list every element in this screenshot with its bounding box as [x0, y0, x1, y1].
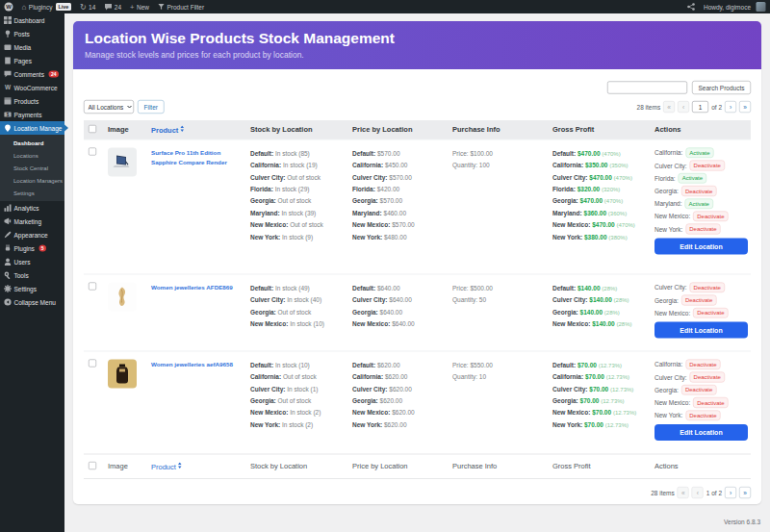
sidebar-item-location-manage[interactable]: Location Manage — [0, 121, 64, 135]
location-filter-select[interactable]: All Locations — [84, 100, 134, 114]
submenu-item-dashboard[interactable]: Dashboard — [0, 137, 64, 149]
action-line: Georgia:Deactivate — [654, 295, 746, 306]
sidebar-item-plugins[interactable]: Plugins5 — [0, 241, 64, 255]
first-page-button[interactable]: « — [663, 101, 675, 113]
sidebar-item-label: Comments — [14, 70, 44, 78]
profit-line: Culver City: $140.00 (28%) — [552, 294, 645, 306]
purchase-line: Quantity: 10 — [452, 371, 543, 383]
deactivate-button[interactable]: Deactivate — [693, 211, 728, 221]
price-line: Georgia: $570.00 — [352, 195, 443, 207]
page-subtitle: Manage stock levels and prices for each … — [85, 50, 750, 60]
sidebar-item-payments[interactable]: $Payments — [0, 108, 64, 121]
action-line: New Mexico:Deactivate — [654, 308, 746, 318]
sidebar-item-analytics[interactable]: Analytics — [0, 201, 64, 215]
last-page-button[interactable]: » — [739, 487, 751, 498]
sidebar-item-appearance[interactable]: Appearance — [0, 228, 64, 241]
comments-menu[interactable]: 24 — [100, 0, 126, 13]
select-all-checkbox[interactable] — [89, 462, 96, 469]
sidebar-item-settings[interactable]: Settings — [0, 282, 64, 295]
admin-bar: W ⌂ Plugincy Live ↻ 14 24 + New Product … — [0, 0, 770, 13]
product-link[interactable]: Women jewelleries aefA9658 — [151, 360, 241, 370]
filter-button[interactable]: Filter — [138, 100, 164, 114]
row-select-cell — [84, 274, 103, 351]
row-checkbox[interactable] — [89, 283, 96, 291]
sidebar-item-tools[interactable]: Tools — [0, 268, 64, 282]
purchase-cell: Price: $550.00Quantity: 10 — [448, 351, 548, 454]
deactivate-button[interactable]: Deactivate — [690, 283, 725, 293]
price-line: New Mexico: $570.00 — [352, 219, 443, 231]
product-filter-label: Product Filter — [167, 3, 204, 11]
last-page-button[interactable]: » — [739, 101, 751, 113]
submenu-item-stock-central[interactable]: Stock Central — [0, 162, 64, 174]
product-sort-link[interactable]: Product — [151, 126, 178, 135]
sidebar-item-dashboard[interactable]: Dashboard — [0, 13, 64, 27]
next-page-button[interactable]: › — [725, 101, 736, 113]
share-icon — [687, 3, 695, 11]
share-menu[interactable] — [682, 0, 699, 13]
submenu-item-location-managers[interactable]: Location Managers — [0, 174, 64, 187]
stock-line: Florida: In stock (29) — [250, 184, 343, 195]
activate-button[interactable]: Activate — [685, 148, 713, 159]
account-menu[interactable]: Howdy, digimoce — [699, 0, 770, 13]
deactivate-button[interactable]: Deactivate — [693, 397, 728, 408]
collapse-menu-button[interactable]: Collapse Menu — [0, 295, 64, 309]
sidebar-item-pages[interactable]: Pages — [0, 54, 64, 67]
sidebar-item-marketing[interactable]: Marketing — [0, 215, 64, 228]
page-of-total: 1 of 2 — [706, 489, 722, 496]
sidebar-item-media[interactable]: Media — [0, 40, 64, 54]
search-input[interactable] — [607, 82, 687, 94]
sidebar-item-posts[interactable]: Posts — [0, 27, 64, 40]
activate-button[interactable]: Activate — [679, 173, 706, 184]
deactivate-button[interactable]: Deactivate — [681, 295, 716, 306]
sidebar-item-woocommerce[interactable]: WWooCommerce — [0, 81, 64, 94]
edit-location-button[interactable]: Edit Location — [654, 322, 748, 339]
prev-page-button[interactable]: ‹ — [678, 101, 689, 113]
deactivate-button[interactable]: Deactivate — [690, 372, 725, 383]
site-menu[interactable]: ⌂ Plugincy Live — [17, 0, 75, 13]
sidebar-item-comments[interactable]: Comments24 — [0, 67, 64, 81]
stock-cell: Default: In stock (10)California: Out of… — [245, 351, 347, 454]
activate-button[interactable]: Activate — [685, 198, 713, 209]
product-link[interactable]: Women jewelleries AFDE869 — [151, 283, 241, 293]
next-page-button[interactable]: › — [725, 487, 736, 498]
wp-logo-menu[interactable]: W — [0, 0, 17, 13]
current-page-input[interactable]: 1 — [692, 101, 708, 113]
sidebar-item-products[interactable]: Products — [0, 94, 64, 108]
row-checkbox[interactable] — [89, 148, 96, 156]
first-page-button[interactable]: « — [678, 487, 689, 498]
sidebar-item-users[interactable]: Users — [0, 255, 64, 268]
search-products-button[interactable]: Search Products — [692, 81, 751, 94]
product-link[interactable]: Surface Pro 11th Edition Sapphire Compar… — [151, 148, 241, 168]
submenu-item-settings[interactable]: Settings — [0, 187, 64, 199]
items-count: 28 items — [651, 489, 675, 496]
profit-line: Georgia: $470.00 (470%) — [552, 195, 645, 207]
product-sort-link[interactable]: Product — [151, 463, 176, 471]
sort-icon — [177, 462, 182, 470]
footer-column-actions: Actions — [650, 454, 751, 479]
deactivate-button[interactable]: Deactivate — [685, 410, 720, 420]
deactivate-button[interactable]: Deactivate — [681, 186, 716, 196]
new-menu[interactable]: + New — [126, 0, 154, 13]
posts-icon — [4, 30, 12, 38]
deactivate-button[interactable]: Deactivate — [685, 224, 720, 235]
select-all-checkbox[interactable] — [89, 125, 96, 133]
deactivate-button[interactable]: Deactivate — [685, 360, 720, 370]
product-filter-menu[interactable]: Product Filter — [153, 0, 208, 13]
deactivate-button[interactable]: Deactivate — [693, 308, 728, 318]
edit-location-button[interactable]: Edit Location — [654, 238, 748, 254]
admin-sidebar: DashboardPostsMediaPagesComments24WWooCo… — [0, 13, 64, 532]
action-location-label: Culver City: — [654, 162, 687, 169]
stock-line: California: In stock (19) — [250, 160, 343, 171]
submenu-item-locations[interactable]: Locations — [0, 149, 64, 162]
edit-location-button[interactable]: Edit Location — [654, 424, 748, 441]
svg-text:$: $ — [7, 113, 10, 117]
updates-menu[interactable]: ↻ 14 — [75, 0, 99, 13]
select-all-cell — [84, 454, 103, 479]
row-checkbox[interactable] — [89, 360, 96, 367]
action-line: New York:Deactivate — [654, 410, 746, 420]
jewelry-product-image — [108, 283, 137, 312]
deactivate-button[interactable]: Deactivate — [690, 161, 725, 171]
deactivate-button[interactable]: Deactivate — [681, 385, 716, 395]
home-icon: ⌂ — [22, 3, 27, 11]
prev-page-button[interactable]: ‹ — [692, 487, 704, 498]
